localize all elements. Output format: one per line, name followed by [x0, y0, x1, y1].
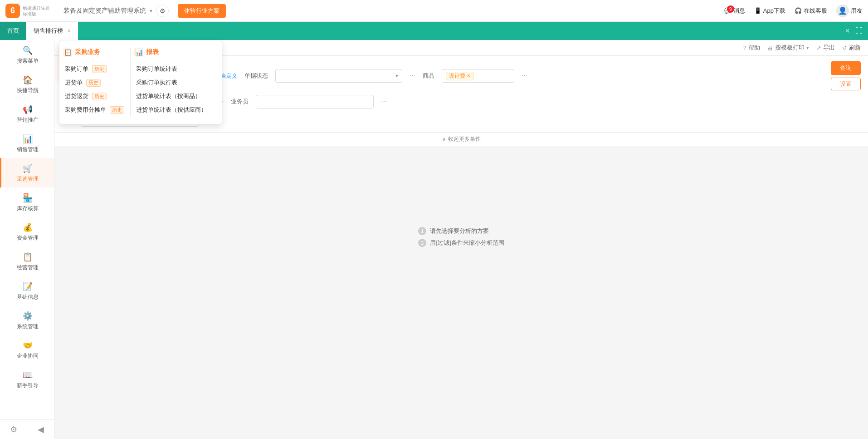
settings-button-filter[interactable]: 设置	[831, 78, 861, 90]
export-button[interactable]: ↗ 导出	[816, 44, 835, 52]
history-tag-2: 历史	[92, 93, 107, 100]
purchase-icon: 🛒	[23, 163, 33, 173]
goods-dots[interactable]: ···	[522, 72, 527, 80]
purchase-section: 📋 采购业务 采购订单 历史 进货单 历史 进货退货 历史 采购费用分摊单 历史	[63, 48, 127, 117]
salesman-select[interactable]	[256, 95, 374, 109]
menu-item-incoming[interactable]: 进货单 历史	[63, 76, 127, 89]
top-right-actions: 💬 9 消息 📱 App下载 🎧 在线客服 👤 用友	[724, 5, 863, 17]
sidebar-item-sales[interactable]: 📊 销售管理	[0, 128, 54, 158]
tab-sales-rank[interactable]: 销售排行榜 ×	[26, 22, 78, 40]
system-icon: ⚙️	[23, 311, 33, 321]
query-button[interactable]: 查询	[831, 61, 861, 75]
user-button[interactable]: 👤 用友	[836, 5, 863, 17]
settings-button[interactable]: ⚙	[156, 5, 169, 17]
tab-bar: 首页 销售排行榜 × × ⛶	[0, 22, 868, 40]
menu-item-expense[interactable]: 采购费用分摊单 历史	[63, 103, 127, 117]
sidebar-item-operations[interactable]: 📋 经营管理	[0, 247, 54, 276]
history-tag-0: 历史	[92, 65, 107, 73]
message-button[interactable]: 💬 9 消息	[724, 7, 745, 15]
purchase-section-icon: 📋	[63, 48, 72, 57]
sidebar-item-search[interactable]: 🔍 搜索菜单	[0, 40, 54, 69]
phone-icon: 📱	[754, 7, 761, 14]
menu-item-incoming-by-supplier[interactable]: 进货单统计表（按供应商）	[134, 103, 209, 117]
guide-icon: 📖	[23, 370, 33, 380]
date-custom[interactable]: 自定义	[221, 72, 237, 80]
header: 6 畅捷通好生意 标准版 装备及固定资产辅助管理系统 ▾ ⚙ 体验行业方案 💬 …	[0, 0, 868, 22]
salesman-dots[interactable]: ···	[381, 98, 387, 106]
search-menu-icon: 🔍	[23, 45, 33, 55]
report-section-icon: 📊	[134, 48, 143, 57]
user-avatar: 👤	[836, 5, 849, 17]
headset-icon: 🎧	[795, 7, 802, 14]
sidebar-item-inventory[interactable]: 🏪 库存核算	[0, 187, 54, 217]
logo-area: 6 畅捷通好生意 标准版	[5, 4, 60, 18]
sidebar-collapse-btn[interactable]: ◀	[38, 424, 44, 434]
purchase-section-title: 📋 采购业务	[63, 48, 127, 57]
sidebar-settings-btn[interactable]: ⚙	[10, 424, 17, 434]
menu-item-order-exec[interactable]: 采购订单执行表	[134, 76, 209, 89]
sidebar-item-basic[interactable]: 📝 基础信息	[0, 276, 54, 306]
empty-step-1: 1 请先选择要分析的方案	[418, 225, 504, 237]
sidebar-bottom: ⚙ ◀	[0, 419, 54, 439]
help-button[interactable]: ? 帮助	[743, 44, 760, 52]
report-section-title: 📊 报表	[134, 48, 209, 57]
tab-close-all[interactable]: ×	[845, 26, 850, 36]
tab-home[interactable]: 首页	[0, 22, 26, 40]
menu-item-purchase-order[interactable]: 采购订单 历史	[63, 62, 127, 76]
help-icon: ?	[743, 44, 746, 51]
menu-divider	[130, 48, 131, 117]
sidebar-item-finance[interactable]: 💰 资金管理	[0, 217, 54, 247]
sidebar-item-system[interactable]: ⚙️ 系统管理	[0, 306, 54, 335]
empty-text: 1 请先选择要分析的方案 2 用[过滤]条件来缩小分析范围	[418, 225, 504, 249]
goods-select[interactable]: 设计费 ×	[442, 69, 514, 83]
print-icon: 🖨	[767, 44, 773, 51]
status-label: 单据状态	[244, 72, 268, 80]
logo-icon: 6	[5, 4, 20, 18]
empty-step-2: 2 用[过滤]条件来缩小分析范围	[418, 237, 504, 249]
empty-state: 1 请先选择要分析的方案 2 用[过滤]条件来缩小分析范围	[54, 146, 868, 328]
goods-label: 商品	[423, 72, 434, 80]
sidebar-item-guide[interactable]: 📖 新手引导	[0, 365, 54, 394]
online-service-button[interactable]: 🎧 在线客服	[795, 7, 827, 15]
history-tag-1: 历史	[86, 79, 101, 87]
collapse-up-icon: ∧	[442, 136, 446, 143]
finance-icon: 💰	[23, 222, 33, 232]
sidebar: 🔍 搜索菜单 🏠 快捷导航 📢 营销推广 📊 销售管理 🛒 采购管理 🏪	[0, 40, 54, 439]
goods-tag: 设计费 ×	[446, 72, 473, 80]
home-icon: 🏠	[23, 75, 33, 85]
refresh-button[interactable]: ↺ 刷新	[842, 44, 861, 52]
title-dropdown-arrow[interactable]: ▾	[150, 8, 152, 14]
sales-icon: 📊	[23, 134, 33, 144]
enterprise-icon: 🤝	[23, 340, 33, 350]
industry-button[interactable]: 体验行业方案	[178, 4, 226, 18]
menu-item-return[interactable]: 进货退货 历史	[63, 89, 127, 103]
status-select[interactable]: ▾	[275, 69, 402, 83]
sidebar-item-enterprise[interactable]: 🤝 企业协同	[0, 335, 54, 365]
print-button[interactable]: 🖨 按模板打印 ▾	[767, 44, 809, 52]
refresh-icon: ↺	[842, 44, 847, 51]
marketing-icon: 📢	[23, 104, 33, 114]
tag-close-icon[interactable]: ×	[467, 73, 470, 79]
sidebar-item-purchase[interactable]: 🛒 采购管理	[0, 158, 54, 187]
menu-item-order-stats[interactable]: 采购订单统计表	[134, 62, 209, 76]
report-section: 📊 报表 采购订单统计表 采购订单执行表 进货单统计表（按商品） 进货单统计表（…	[134, 48, 209, 117]
operations-icon: 📋	[23, 252, 33, 262]
collapse-row[interactable]: ∧ 收起更多条件	[54, 133, 868, 146]
menu-item-incoming-by-goods[interactable]: 进货单统计表（按商品）	[134, 89, 209, 103]
status-dots[interactable]: ···	[410, 72, 415, 80]
system-title: 装备及固定资产辅助管理系统 ▾ ⚙ 体验行业方案	[63, 4, 724, 18]
purchase-dropdown-menu: 📋 采购业务 采购订单 历史 进货单 历史 进货退货 历史 采购费用分摊单 历史	[59, 40, 222, 124]
tab-close-button[interactable]: ×	[68, 28, 71, 34]
history-tag-3: 历史	[110, 106, 124, 114]
app-download-button[interactable]: 📱 App下载	[754, 7, 785, 15]
action-buttons: 查询 设置	[831, 61, 861, 90]
basic-icon: 📝	[23, 281, 33, 291]
print-arrow[interactable]: ▾	[806, 45, 809, 51]
tab-maximize[interactable]: ⛶	[855, 27, 863, 35]
message-badge: 9	[727, 5, 734, 13]
sidebar-item-marketing[interactable]: 📢 营销推广	[0, 99, 54, 128]
salesman-label: 业务员	[231, 98, 249, 106]
inventory-icon: 🏪	[23, 193, 33, 203]
sidebar-item-quick[interactable]: 🏠 快捷导航	[0, 69, 54, 99]
export-icon: ↗	[816, 44, 821, 51]
